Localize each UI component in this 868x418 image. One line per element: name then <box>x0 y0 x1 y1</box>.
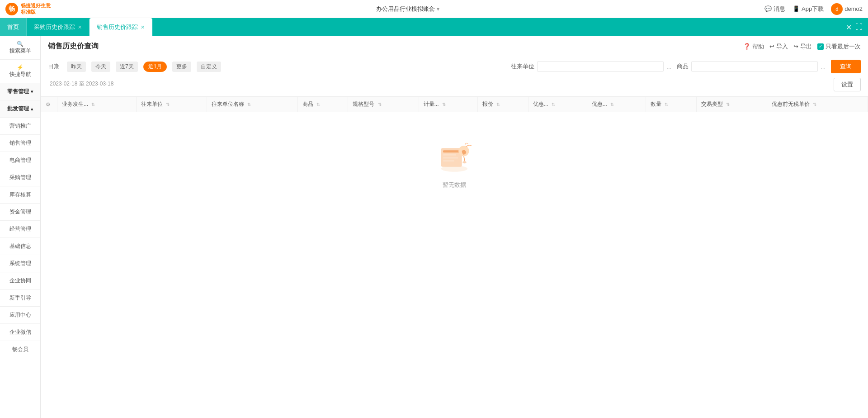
col-biz-date[interactable]: 业务发生... ⇅ <box>57 97 137 112</box>
sort-icon-quote: ⇅ <box>496 102 500 107</box>
import-button[interactable]: ↩ 导入 <box>769 43 788 51</box>
avatar: d <box>831 3 843 15</box>
message-icon: 💬 <box>764 5 772 12</box>
maximize-button[interactable]: ⛶ <box>855 23 863 31</box>
help-icon: ❓ <box>743 43 750 50</box>
filter-area: 日期 昨天 今天 近7天 近1月 更多 自定义 往来单位 ... 商品 ... <box>41 55 868 96</box>
sidebar-item-ops-mgmt[interactable]: 经营管理 <box>0 221 40 238</box>
col-unit[interactable]: 计量... ⇅ <box>419 97 477 112</box>
import-icon: ↩ <box>769 43 774 50</box>
col-product[interactable]: 商品 ⇅ <box>297 97 348 112</box>
only-last-checkbox[interactable]: ✓ 只看最后一次 <box>817 43 861 51</box>
col-spec[interactable]: 规格型号 ⇅ <box>348 97 419 112</box>
sort-icon-partner-code: ⇅ <box>166 102 170 107</box>
product-input[interactable] <box>691 61 818 72</box>
partner-input[interactable] <box>537 61 664 72</box>
svg-rect-5 <box>443 160 454 162</box>
col-discount1[interactable]: 优惠... ⇅ <box>528 97 587 112</box>
content-area: 销售历史价查询 ❓ 帮助 ↩ 导入 ↪ 导出 ✓ 只看最后一次 <box>41 36 868 418</box>
sidebar-item-finance-mgmt[interactable]: 资金管理 <box>0 204 40 221</box>
sidebar-item-wholesale-mgmt[interactable]: 批发管理 ▴ <box>0 100 40 118</box>
filter-row-2: 2023-02-18 至 2023-03-18 设置 <box>48 76 861 91</box>
tab-purchase[interactable]: 采购历史价跟踪 ✕ <box>27 18 90 36</box>
product-filter-label: 商品 <box>677 62 689 71</box>
message-button[interactable]: 💬 消息 <box>764 5 785 13</box>
col-discount2[interactable]: 优惠... ⇅ <box>587 97 646 112</box>
query-button[interactable]: 查询 <box>831 60 861 73</box>
sidebar-item-system-mgmt[interactable]: 系统管理 <box>0 255 40 272</box>
sidebar-item-quick-nav[interactable]: ⚡ 快捷导航 <box>0 60 40 83</box>
tab-bar: 首页 采购历史价跟踪 ✕ 销售历史价跟踪 ✕ ✕ ⛶ <box>0 18 868 36</box>
col-quote[interactable]: 报价 ⇅ <box>477 97 528 112</box>
date-btn-more[interactable]: 更多 <box>172 62 191 72</box>
logo-icon: 畅 <box>5 3 18 15</box>
sidebar-item-ecommerce-mgmt[interactable]: 电商管理 <box>0 152 40 169</box>
sidebar-item-vip-member[interactable]: 畅会员 <box>0 341 40 358</box>
tab-purchase-close[interactable]: ✕ <box>78 25 82 30</box>
sort-icon-biz-date: ⇅ <box>91 102 95 107</box>
setting-button[interactable]: 设置 <box>834 78 861 91</box>
date-btn-yesterday[interactable]: 昨天 <box>67 62 86 72</box>
col-partner-code[interactable]: 往来单位 ⇅ <box>136 97 207 112</box>
filter-row-1: 日期 昨天 今天 近7天 近1月 更多 自定义 往来单位 ... 商品 ... <box>48 60 861 73</box>
page-actions: ❓ 帮助 ↩ 导入 ↪ 导出 ✓ 只看最后一次 <box>743 43 861 51</box>
breadcrumb-title: 办公用品行业模拟账套 <box>376 5 435 13</box>
sort-icon-spec: ⇅ <box>378 102 382 107</box>
sort-icon-partner-name: ⇅ <box>247 102 251 107</box>
date-btn-1month[interactable]: 近1月 <box>143 62 167 72</box>
app-download-button[interactable]: 📱 App下载 <box>793 5 824 13</box>
main-layout: 🔍 搜索菜单 ⚡ 快捷导航 零售管理 ▾ 批发管理 ▴ 营销推广 销售管理 电商… <box>0 36 868 418</box>
sidebar-item-sales-mgmt[interactable]: 销售管理 <box>0 135 40 152</box>
table-area: ⚙ 业务发生... ⇅ 往来单位 ⇅ 往来单位名称 ⇅ <box>41 96 868 418</box>
close-tab-button[interactable]: ✕ <box>846 23 852 32</box>
tab-bar-actions: ✕ ⛶ <box>846 23 868 32</box>
breadcrumb: 办公用品行业模拟账套 ▾ <box>376 5 439 13</box>
col-no-tax-price[interactable]: 优惠前无税单价 ⇅ <box>767 97 868 112</box>
checkbox-icon: ✓ <box>817 43 824 50</box>
sidebar-item-inventory[interactable]: 库存核算 <box>0 186 40 204</box>
sidebar-item-search-menu[interactable]: 🔍 搜索菜单 <box>0 36 40 60</box>
date-filter-label: 日期 <box>48 62 60 71</box>
tab-purchase-label: 采购历史价跟踪 <box>34 23 75 31</box>
sidebar-item-purchase-mgmt[interactable]: 采购管理 <box>0 169 40 186</box>
partner-input-dots: ... <box>666 63 671 70</box>
sidebar-item-corp-wechat[interactable]: 企业微信 <box>0 324 40 341</box>
top-bar-left: 畅 畅捷通好生意 标准版 <box>5 3 51 15</box>
date-btn-custom[interactable]: 自定义 <box>197 62 221 72</box>
chevron-down-icon[interactable]: ▾ <box>437 6 439 12</box>
help-button[interactable]: ❓ 帮助 <box>743 43 764 51</box>
tab-sales-close[interactable]: ✕ <box>141 25 145 30</box>
top-bar: 畅 畅捷通好生意 标准版 办公用品行业模拟账套 ▾ 💬 消息 📱 App下载 d… <box>0 0 868 18</box>
sidebar-item-base-info[interactable]: 基础信息 <box>0 238 40 255</box>
tab-sales[interactable]: 销售历史价跟踪 ✕ <box>90 18 152 36</box>
sidebar-item-retail-mgmt[interactable]: 零售管理 ▾ <box>0 83 40 100</box>
export-button[interactable]: ↪ 导出 <box>793 43 812 51</box>
data-table: ⚙ 业务发生... ⇅ 往来单位 ⇅ 往来单位名称 ⇅ <box>41 96 868 112</box>
sidebar-item-marketing[interactable]: 营销推广 <box>0 118 40 135</box>
empty-text: 暂无数据 <box>443 181 466 189</box>
sidebar: 🔍 搜索菜单 ⚡ 快捷导航 零售管理 ▾ 批发管理 ▴ 营销推广 销售管理 电商… <box>0 36 41 418</box>
tab-home-label: 首页 <box>7 23 19 31</box>
col-trade-type[interactable]: 交易类型 ⇅ <box>696 97 767 112</box>
top-bar-right: 💬 消息 📱 App下载 d demo2 <box>764 3 863 15</box>
date-btn-today[interactable]: 今天 <box>91 62 110 72</box>
partner-filter: 往来单位 ... <box>511 61 671 72</box>
sidebar-item-corp-collab[interactable]: 企业协同 <box>0 272 40 290</box>
col-qty[interactable]: 数量 ⇅ <box>646 97 697 112</box>
logo-area: 畅 畅捷通好生意 标准版 <box>5 3 51 15</box>
empty-illustration <box>432 139 477 176</box>
search-icon: 🔍 <box>2 41 38 47</box>
page-title: 销售历史价查询 <box>48 42 99 51</box>
col-partner-name[interactable]: 往来单位名称 ⇅ <box>207 97 297 112</box>
date-btn-7days[interactable]: 近7天 <box>116 62 138 72</box>
product-input-dots: ... <box>821 63 826 70</box>
export-icon: ↪ <box>793 43 798 50</box>
col-settings[interactable]: ⚙ <box>41 97 57 112</box>
user-avatar[interactable]: d demo2 <box>831 3 863 15</box>
sidebar-item-new-guide[interactable]: 新手引导 <box>0 290 40 307</box>
sidebar-item-app-center[interactable]: 应用中心 <box>0 307 40 324</box>
tab-home[interactable]: 首页 <box>0 18 27 36</box>
settings-icon[interactable]: ⚙ <box>46 101 51 108</box>
table-header-row: ⚙ 业务发生... ⇅ 往来单位 ⇅ 往来单位名称 ⇅ <box>41 97 868 112</box>
sort-icon-discount1: ⇅ <box>552 102 555 107</box>
